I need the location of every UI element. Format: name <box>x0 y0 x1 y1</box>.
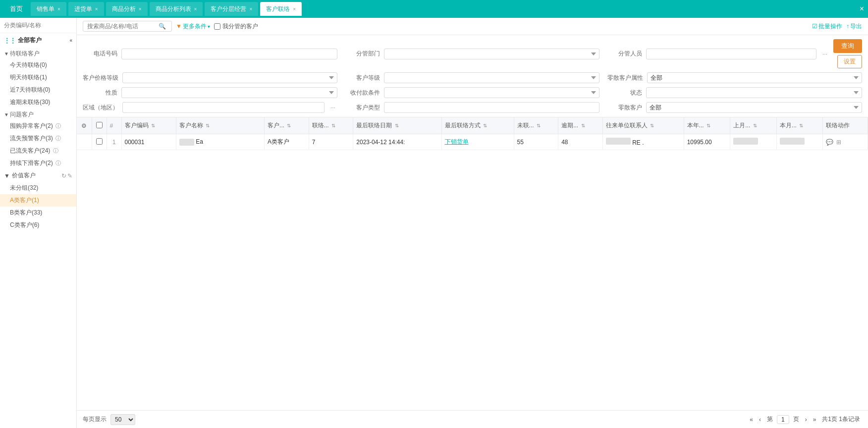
sidebar-item-tomorrow[interactable]: 明天待联络(1) <box>0 71 76 84</box>
price-level-label: 客户价格等级 <box>83 74 118 82</box>
bottom-bar: 每页显示 50 100 « ‹ 第 1 页 › » 共1页 1条记录 <box>77 410 868 428</box>
nature-select[interactable] <box>121 87 337 98</box>
phone-input[interactable] <box>121 49 337 59</box>
th-this-month[interactable]: 本月... ⇅ <box>776 117 823 134</box>
sidebar-item-churned[interactable]: 已流失客户(24) ⓘ <box>0 145 76 157</box>
my-customers-checkbox[interactable]: 我分管的客户 <box>214 22 258 31</box>
manager-dots[interactable]: ··· <box>820 51 829 57</box>
nav-tab-purchase[interactable]: 进货单 × <box>68 2 104 16</box>
refresh-icon[interactable]: ↻ <box>61 172 66 179</box>
export-btn[interactable]: ↑ 导出 <box>846 22 862 31</box>
close-tab-customer-contact[interactable]: × <box>293 6 296 12</box>
close-tab-purchase[interactable]: × <box>95 6 98 12</box>
scattered-select[interactable]: 全部 <box>646 102 862 113</box>
close-tab-sales[interactable]: × <box>57 6 60 12</box>
batch-icon: ☑ <box>812 23 817 30</box>
price-level-select[interactable] <box>122 72 337 83</box>
close-tab-customer-segment[interactable]: × <box>249 6 252 12</box>
filter-row-scattered-attr: 零散客户属性 全部 <box>607 72 862 83</box>
nav-tab-sales[interactable]: 销售单 × <box>31 2 66 16</box>
sidebar-collapse-icon[interactable]: « <box>69 38 72 43</box>
nav-tab-customer-contact[interactable]: 客户联络 × <box>260 2 302 16</box>
customer-level-select[interactable] <box>384 72 600 83</box>
th-last-month[interactable]: 上月... ⇅ <box>730 117 777 134</box>
group-problem-customers[interactable]: ▼ 问题客户 <box>0 108 76 120</box>
th-this-year[interactable]: 本年... ⇅ <box>684 117 730 134</box>
scattered-label: 零散客户 <box>607 104 642 112</box>
batch-operation-btn[interactable]: ☑ 批量操作 <box>812 22 842 31</box>
export-icon: ↑ <box>846 23 849 30</box>
close-tab-analysis-list[interactable]: × <box>194 6 197 12</box>
sidebar-item-c-class[interactable]: C类客户(6) <box>0 219 76 231</box>
customer-type-label: 客户类型 <box>345 104 380 112</box>
sidebar-search-input[interactable] <box>4 22 77 29</box>
manager-input[interactable] <box>646 49 816 59</box>
row-last-method[interactable]: 下销货单 <box>441 134 514 150</box>
my-customers-check[interactable] <box>214 23 220 30</box>
sidebar-item-ungrouped[interactable]: 未分组(32) <box>0 182 76 194</box>
edit-icon[interactable]: ✎ <box>67 172 72 179</box>
current-page-num[interactable]: 1 <box>777 415 789 424</box>
nav-tab-customer-segment[interactable]: 客户分层经营 × <box>205 2 258 16</box>
per-page-select[interactable]: 50 100 <box>110 414 135 425</box>
th-overdue[interactable]: 逾期... ⇅ <box>558 117 603 134</box>
group-value-customers[interactable]: ▼ 价值客户 ↻ ✎ <box>0 169 76 182</box>
setting-button[interactable]: 设置 <box>837 55 862 68</box>
status-select[interactable] <box>646 87 862 98</box>
data-table: ⚙ # 客户编码 ⇅ 客户名称 ⇅ <box>77 117 868 150</box>
sidebar-item-a-class[interactable]: A类客户(1) <box>0 194 76 207</box>
row-last-date: 2023-04-12 14:44: <box>353 134 441 150</box>
sidebar-all-customers[interactable]: ⋮⋮ 全部客户 « <box>0 33 76 48</box>
last-month-blur <box>733 138 758 145</box>
close-tab-analysis[interactable]: × <box>139 6 142 12</box>
close-all-tabs[interactable]: × <box>860 4 864 13</box>
sidebar-item-declining[interactable]: 持续下滑客户(2) ⓘ <box>0 157 76 169</box>
nav-home[interactable]: 首页 <box>4 4 29 13</box>
sort-no-contact-icon: ⇅ <box>537 123 541 128</box>
filter-more-btn[interactable]: ▼ 更多条件 ▾ <box>176 22 210 31</box>
status-label: 状态 <box>607 89 642 97</box>
th-customer-type[interactable]: 客户... ⇅ <box>265 117 309 134</box>
th-contacts[interactable]: 往来单位联系人 ⇅ <box>602 117 684 134</box>
manager-label: 分管人员 <box>607 50 642 58</box>
payment-select[interactable] <box>384 87 600 98</box>
row-customer-type: A类客户 <box>265 134 309 150</box>
th-name[interactable]: 客户名称 ⇅ <box>176 117 264 134</box>
th-last-method[interactable]: 最后联络方式 ⇅ <box>441 117 514 134</box>
filter-row-dept: 分管部门 <box>345 39 600 68</box>
group-pending-contact[interactable]: ▼ 待联络客户 <box>0 48 76 59</box>
first-page-btn[interactable]: « <box>748 416 755 423</box>
nav-tab-analysis-list[interactable]: 商品分析列表 × <box>150 2 203 16</box>
row-checkbox-cell <box>92 134 107 150</box>
next-page-btn[interactable]: › <box>803 416 809 423</box>
top-nav: 首页 销售单 × 进货单 × 商品分析 × 商品分析列表 × 客户分层经营 × … <box>0 0 868 18</box>
customer-type-input[interactable] <box>384 102 600 113</box>
settings-col[interactable]: ⚙ <box>77 117 92 134</box>
sidebar-item-overdue[interactable]: 逾期未联络(30) <box>0 96 76 108</box>
sidebar-item-hoarding[interactable]: 囤购异常客户(2) ⓘ <box>0 120 76 132</box>
scattered-attr-select[interactable]: 全部 <box>647 72 862 83</box>
sidebar-item-b-class[interactable]: B类客户(33) <box>0 207 76 219</box>
region-dots[interactable]: ··· <box>328 104 337 111</box>
th-no-contact[interactable]: 未联... ⇅ <box>514 117 558 134</box>
sidebar-item-today[interactable]: 今天待联络(0) <box>0 59 76 71</box>
last-page-btn[interactable]: » <box>811 416 818 423</box>
filter-search-icon[interactable]: 🔍 <box>159 23 166 30</box>
prev-page-btn[interactable]: ‹ <box>757 416 763 423</box>
select-all-checkbox[interactable] <box>96 122 103 128</box>
th-contact-count[interactable]: 联络... ⇅ <box>309 117 353 134</box>
sort-contact-icon: ⇅ <box>331 123 335 128</box>
th-last-date[interactable]: 最后联络日期 ⇅ <box>353 117 441 134</box>
sidebar-item-7days[interactable]: 近7天待联络(0) <box>0 84 76 96</box>
dept-select[interactable] <box>384 49 600 59</box>
info-icon-hoarding: ⓘ <box>55 123 61 129</box>
region-input[interactable] <box>122 102 325 113</box>
row-checkbox[interactable] <box>96 138 103 145</box>
filter-search-input[interactable] <box>87 23 157 30</box>
th-code[interactable]: 客户编码 ⇅ <box>121 117 176 134</box>
sidebar-item-churn-warning[interactable]: 流失预警客户(3) ⓘ <box>0 132 76 145</box>
nav-tab-analysis[interactable]: 商品分析 × <box>106 2 148 16</box>
action-message-icon[interactable]: 💬 <box>826 139 833 146</box>
action-qr-icon[interactable]: ⊞ <box>836 139 841 146</box>
query-button[interactable]: 查询 <box>833 39 862 53</box>
